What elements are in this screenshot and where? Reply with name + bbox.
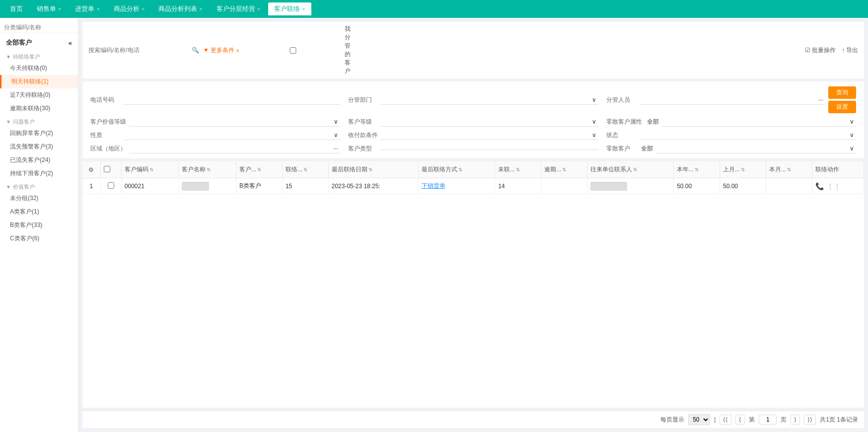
filter-panel: 电话号码 分管部门 ∨ 分管人员 ··· 查询 设置 (82, 81, 864, 158)
retail-attr-select[interactable]: ∨ (662, 117, 856, 127)
sidebar-item-declining[interactable]: 持续下滑客户(2) (0, 167, 78, 180)
manager-select[interactable]: ··· (639, 95, 825, 105)
settings-icon[interactable]: ⚙ (85, 166, 97, 173)
sort-this-month[interactable]: 本月... ⇅ (769, 165, 809, 174)
per-page-select[interactable]: 50 (688, 414, 710, 425)
content-area: 🔍 ▼ 更多条件 ∧ 我分管的客户 ☑ 批量操作 ↑ 导出 (78, 18, 868, 432)
sidebar-item-today[interactable]: 今天待联络(0) (0, 62, 78, 75)
my-customers-checkbox[interactable] (243, 47, 343, 54)
export-btn[interactable]: ↑ 导出 (842, 46, 858, 55)
close-icon-customer-contact[interactable]: × (302, 6, 305, 12)
sort-unit-contact[interactable]: 往来单位联系人 ⇅ (590, 165, 670, 174)
search-input[interactable] (88, 47, 188, 54)
sidebar-item-churned[interactable]: 已流失客户(24) (0, 153, 78, 167)
query-button[interactable]: 查询 (828, 86, 856, 99)
tomorrow-label: 明天待联络(1) (11, 78, 49, 85)
nav-item-customer-contact[interactable]: 客户联络 × (268, 2, 311, 15)
settings-button[interactable]: 设置 (828, 101, 856, 113)
sort-uncontacted[interactable]: 未联... ⇅ (498, 165, 538, 174)
retail-customer-value: 全部 (641, 144, 653, 153)
sidebar-item-class-b[interactable]: B类客户(33) (0, 218, 78, 232)
sort-last-date[interactable]: 最后联络日期 ⇅ (332, 165, 415, 174)
col-name-label: 客户名称 (182, 165, 206, 174)
close-icon-sales[interactable]: × (58, 6, 61, 12)
phone-input[interactable] (123, 95, 340, 105)
nav-item-analysis-list[interactable]: 商品分析列表 × (152, 2, 208, 15)
close-icon-analysis[interactable]: × (142, 6, 145, 12)
status-select[interactable]: ∨ (639, 131, 856, 140)
row-method-value[interactable]: 下销货单 (422, 182, 445, 189)
payment-select[interactable]: ∨ (381, 131, 598, 140)
class-c-label: C类客户(6) (10, 235, 39, 242)
bulk-action-btn[interactable]: ☑ 批量操作 (805, 46, 836, 55)
th-this-month: 本月... ⇅ (766, 161, 812, 178)
sidebar-item-tomorrow[interactable]: 明天待联络(1) (0, 75, 78, 88)
page-prev-btn[interactable]: ⟨ (735, 415, 745, 425)
sidebar-search-input[interactable] (4, 24, 78, 31)
phone-label: 电话号码 (90, 96, 120, 104)
phone-action-icon[interactable]: 📞 (815, 182, 824, 190)
nature-select[interactable]: ∨ (123, 131, 340, 140)
close-icon-customer-tier[interactable]: × (257, 6, 260, 12)
sidebar-item-overdue[interactable]: 逾期未联络(30) (0, 102, 78, 115)
sidebar-item-churn-warning[interactable]: 流失预警客户(3) (0, 140, 78, 153)
sort-name[interactable]: 客户名称 ⇅ (182, 165, 233, 174)
customer-type-select[interactable] (381, 147, 598, 150)
sidebar-item-7days[interactable]: 近7天待联络(0) (0, 88, 78, 102)
col-last-date-label: 最后联络日期 (332, 165, 367, 174)
row-this-month (766, 178, 812, 194)
sort-code[interactable]: 客户编码 ⇅ (125, 165, 176, 174)
page-input[interactable] (759, 415, 777, 425)
nav-label-customer-contact: 客户联络 (274, 4, 300, 13)
sort-contact-count[interactable]: 联络... ⇅ (286, 165, 325, 174)
col-contact-count-label: 联络... (286, 165, 302, 174)
page-last-btn[interactable]: ⟩⟩ (804, 415, 816, 425)
sort-icon-name: ⇅ (207, 167, 211, 172)
sort-overdue[interactable]: 逾期... ⇅ (544, 165, 584, 174)
dept-select[interactable]: ∨ (381, 95, 598, 105)
nav-label-sales: 销售单 (37, 4, 56, 13)
chevron-down-icon3: ∨ (592, 118, 596, 125)
more-action-icon[interactable]: ⋮⋮ (827, 182, 841, 190)
select-all-checkbox[interactable] (104, 166, 110, 172)
sidebar-item-abnormal[interactable]: 回购异常客户(2) (0, 127, 78, 140)
row-unit-contact: ████ (587, 178, 673, 194)
page-next-btn[interactable]: ⟩ (791, 415, 800, 425)
sidebar-all-customers[interactable]: 全部客户 « (0, 35, 78, 50)
group-label-problem: 问题客户 (13, 118, 35, 126)
sort-last-method[interactable]: 最后联络方式 ⇅ (422, 165, 492, 174)
sort-icon-type: ⇅ (257, 167, 261, 172)
customer-level-select[interactable]: ∨ (381, 117, 598, 127)
th-unit-contact: 往来单位联系人 ⇅ (587, 161, 673, 178)
sort-type[interactable]: 客户... ⇅ (239, 165, 279, 174)
sort-this-year[interactable]: 本年... ⇅ (677, 165, 717, 174)
value-level-select[interactable]: ∨ (129, 117, 340, 127)
page-first-btn[interactable]: ⟨⟨ (720, 415, 731, 425)
row-type-value: B类客户 (239, 182, 261, 189)
arrow-icon-value: ▼ (6, 184, 11, 190)
col-this-year-label: 本年... (677, 165, 694, 174)
sidebar-item-class-c[interactable]: C类客户(6) (0, 232, 78, 245)
filter-btn[interactable]: ▼ 更多条件 ∧ (203, 46, 239, 55)
row-uncontacted-value: 14 (498, 183, 505, 190)
retail-customer-select[interactable]: ∨ (656, 144, 856, 153)
row-last-month-value: 50.00 (723, 183, 738, 190)
row-select-checkbox[interactable] (108, 182, 114, 189)
th-contact-count: 联络... ⇅ (282, 161, 328, 178)
nav-item-analysis[interactable]: 商品分析 × (108, 2, 150, 15)
close-icon-purchase[interactable]: × (96, 6, 99, 12)
my-customers-label: 我分管的客户 (345, 25, 351, 75)
nav-item-purchase[interactable]: 进货单 × (69, 2, 105, 15)
sort-last-month[interactable]: 上月... ⇅ (723, 165, 763, 174)
nav-item-sales[interactable]: 销售单 × (31, 2, 67, 15)
sidebar-item-unclassified[interactable]: 未分组(32) (0, 192, 78, 205)
nav-item-home[interactable]: 首页 (4, 2, 29, 15)
row-code: 000021 (121, 178, 179, 194)
close-icon-analysis-list[interactable]: × (199, 6, 202, 12)
region-select[interactable]: ··· (129, 144, 340, 153)
sidebar-item-class-a[interactable]: A类客户(1) (0, 205, 78, 218)
sort-icon-contact-count: ⇅ (303, 167, 307, 172)
nav-item-customer-tier[interactable]: 客户分层经营 × (211, 2, 266, 15)
search-icon[interactable]: 🔍 (192, 47, 199, 54)
my-customers-checkbox-label[interactable]: 我分管的客户 (243, 25, 288, 75)
